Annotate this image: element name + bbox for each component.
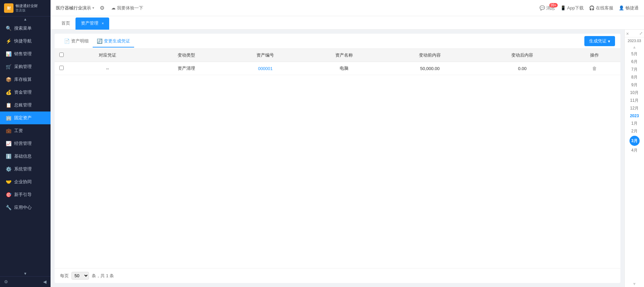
table-header-row: 对应凭证 变动类型 资产编号 资产名称 变动前内容 变动后内容 操作 (55, 49, 620, 62)
user-avatar-btn[interactable]: 👤 畅捷通 (619, 5, 639, 11)
inventory-icon: 📦 (5, 77, 11, 82)
feedback-icon: ☁ (111, 5, 116, 10)
sidebar-item-quick-nav[interactable]: ⚡ 快捷导航 (0, 35, 51, 47)
toolbar: 生成凭证 ▾ (579, 36, 620, 46)
sidebar-item-inventory[interactable]: 📦 库存核算 (0, 73, 51, 86)
apps-icon: 🔧 (5, 205, 11, 210)
row-checkbox[interactable] (59, 66, 64, 70)
content-area: 📄 资产明细 🔄 变更生成凭证 生成凭证 ▾ (51, 30, 644, 287)
sidebar-item-label: 搜索菜单 (14, 25, 32, 31)
date-month-6[interactable]: 6月 (625, 58, 644, 66)
company-selector[interactable]: 医疗器械行业演示 ▾ (56, 5, 94, 11)
app-name: 畅捷通好业财 (16, 3, 38, 8)
date-month-2023-3-current[interactable]: 3月 (630, 136, 640, 146)
sidebar-item-system[interactable]: ⚙️ 系统管理 (0, 163, 51, 176)
company-dropdown-icon: ▾ (92, 6, 94, 10)
col-change-type: 变动类型 (147, 49, 226, 62)
date-month-2023-4[interactable]: 4月 (625, 147, 644, 154)
settings-bottom-btn[interactable]: ⚙ (4, 279, 8, 284)
messages-badge: 99+ (549, 3, 558, 7)
sidebar-item-operations[interactable]: 📈 经营管理 (0, 137, 51, 150)
date-month-11[interactable]: 11月 (625, 97, 644, 104)
row-after-content: 0.00 (476, 62, 569, 75)
sidebar-item-purchase[interactable]: 🛒 采购管理 (0, 60, 51, 73)
app-download-btn[interactable]: 📱 App下载 (560, 5, 584, 11)
date-month-5[interactable]: 5月 (625, 50, 644, 58)
date-panel-close-icon[interactable]: × (626, 31, 629, 36)
sub-tab-asset-detail[interactable]: 📄 资产明细 (60, 35, 93, 47)
sidebar-logo: 财 畅捷通好业财 普及版 (0, 0, 51, 17)
date-month-2023-1[interactable]: 1月 (625, 120, 644, 127)
sidebar-item-guide[interactable]: 🎯 新手引导 (0, 188, 51, 201)
tab-asset-mgmt[interactable]: 资产管理 × (75, 18, 109, 30)
date-scroll-up-btn[interactable]: ▲ (633, 44, 637, 50)
messages-btn[interactable]: 💬 消息 99+ (540, 5, 555, 11)
online-service-btn[interactable]: 🎧 在线客服 (589, 5, 613, 11)
table-container: 对应凭证 变动类型 资产编号 资产名称 变动前内容 变动后内容 操作 (55, 49, 620, 268)
col-asset-name: 资产名称 (305, 49, 384, 62)
date-month-10[interactable]: 10月 (625, 89, 644, 97)
sidebar-item-label: 总账管理 (14, 102, 32, 108)
collapse-btn[interactable]: ◀ (43, 279, 47, 284)
row-asset-name: 电脑 (305, 62, 384, 75)
top-header: 医疗器械行业演示 ▾ ⚙ ☁ 我要体验一下 💬 消息 99+ 📱 App下载 🎧… (51, 0, 644, 16)
online-service-icon: 🎧 (589, 5, 594, 10)
tab-asset-mgmt-label: 资产管理 (81, 21, 98, 26)
select-all-checkbox[interactable] (59, 53, 64, 57)
sidebar-item-sales[interactable]: 📊 销售管理 (0, 47, 51, 60)
system-icon: ⚙️ (5, 166, 11, 172)
app-logo-icon: 财 (4, 3, 13, 13)
sub-tab-change-voucher[interactable]: 🔄 变更生成凭证 (93, 35, 134, 47)
date-scroll-down-btn[interactable]: ▼ (633, 281, 637, 287)
total-label: 条，共 1 条 (92, 273, 114, 279)
guide-icon: 🎯 (5, 192, 11, 197)
feedback-label: 我要体验一下 (117, 5, 143, 11)
date-month-7[interactable]: 7月 (625, 66, 644, 73)
sidebar-item-search[interactable]: 🔍 搜索菜单 (0, 22, 51, 35)
app-download-label: App下载 (567, 5, 584, 11)
row-action-cell: 🗑 (569, 62, 620, 75)
col-asset-no: 资产编号 (226, 49, 305, 62)
date-month-9[interactable]: 9月 (625, 81, 644, 89)
sidebar-item-fixed-assets[interactable]: 🏢 固定资产 (0, 111, 51, 124)
sidebar-nav: 🔍 搜索菜单 ⚡ 快捷导航 📊 销售管理 🛒 采购管理 📦 库存核算 💰 资金管… (0, 22, 51, 271)
date-panel-expand-icon[interactable]: ⤢ (639, 31, 643, 36)
header-settings-icon[interactable]: ⚙ (100, 5, 104, 11)
delete-row-icon[interactable]: 🗑 (592, 66, 597, 71)
sidebar-item-basic-info[interactable]: ℹ️ 基础信息 (0, 150, 51, 163)
sidebar-scroll-up[interactable]: ▲ (24, 17, 27, 21)
sub-tab-asset-detail-label: 资产明细 (71, 38, 89, 44)
sidebar-item-ledger[interactable]: 📋 总账管理 (0, 99, 51, 111)
row-asset-no: 000001 (226, 62, 305, 75)
sidebar: 财 畅捷通好业财 普及版 ▲ 🔍 搜索菜单 ⚡ 快捷导航 📊 销售管理 🛒 采购… (0, 0, 51, 287)
table-row: -- 资产清理 000001 电脑 50,000.00 0.00 🗑 (55, 62, 620, 75)
generate-voucher-chevron: ▾ (608, 39, 610, 44)
col-voucher: 对应凭证 (68, 49, 147, 62)
row-voucher: -- (68, 62, 147, 75)
date-month-12[interactable]: 12月 (625, 104, 644, 112)
sidebar-item-label: 经营管理 (14, 140, 32, 147)
messages-icon: 💬 (540, 5, 545, 10)
sidebar-scroll-down[interactable]: ▼ (24, 272, 27, 276)
sidebar-item-salary[interactable]: 💼 工资 (0, 124, 51, 137)
feedback-button[interactable]: ☁ 我要体验一下 (111, 5, 143, 11)
sidebar-item-funds[interactable]: 💰 资金管理 (0, 86, 51, 99)
date-month-2023-2[interactable]: 2月 (625, 127, 644, 135)
col-before-content: 变动前内容 (384, 49, 476, 62)
generate-voucher-label: 生成凭证 (589, 38, 607, 44)
row-checkbox-cell[interactable] (55, 62, 68, 75)
sidebar-item-apps[interactable]: 🔧 应用中心 (0, 201, 51, 214)
tab-close-icon[interactable]: × (102, 21, 104, 25)
change-voucher-icon: 🔄 (97, 38, 102, 44)
sub-tabs: 📄 资产明细 🔄 变更生成凭证 (55, 34, 579, 49)
sidebar-item-label: 新手引导 (14, 192, 32, 198)
per-page-select[interactable]: 50 10 20 100 (71, 272, 89, 280)
sidebar-item-label: 快捷导航 (14, 38, 32, 44)
quick-nav-icon: ⚡ (5, 38, 11, 44)
date-month-8[interactable]: 8月 (625, 73, 644, 81)
select-all-header[interactable] (55, 49, 68, 62)
sidebar-item-collab[interactable]: 🤝 企业协同 (0, 176, 51, 188)
tab-home[interactable]: 首页 (56, 18, 75, 30)
collab-icon: 🤝 (5, 179, 11, 185)
generate-voucher-button[interactable]: 生成凭证 ▾ (584, 36, 615, 46)
